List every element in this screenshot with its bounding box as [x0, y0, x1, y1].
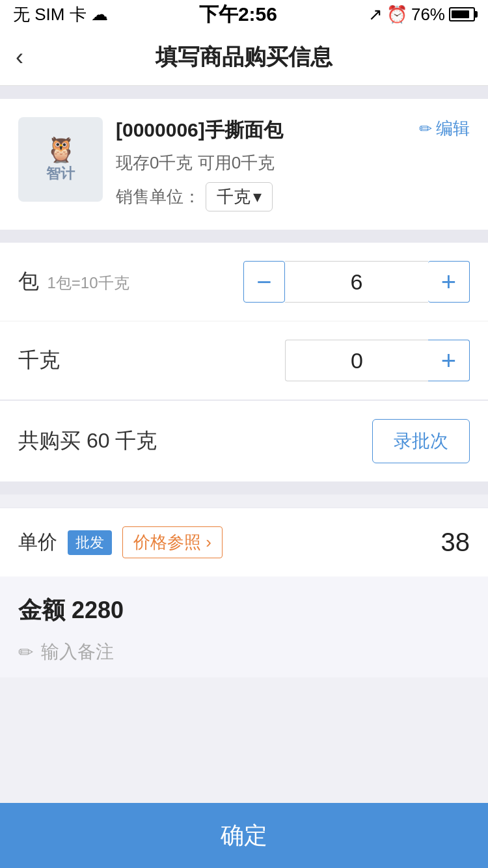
price-ref-button[interactable]: 价格参照 › — [122, 526, 223, 558]
price-label: 单价 — [18, 529, 57, 556]
kg-row: 千克 + — [0, 321, 488, 400]
product-unit: 销售单位： 千克 ▾ — [116, 182, 470, 211]
bag-qty-control: − + — [243, 261, 470, 303]
bag-label: 包 — [18, 269, 39, 293]
battery-text: 76% — [411, 5, 445, 25]
price-row: 单价 批发 价格参照 › 38 — [18, 526, 470, 558]
battery-icon — [449, 7, 475, 21]
product-card: 🦉 智计 [0000006]手撕面包 现存0千克 可用0千克 销售单位： 千克 … — [0, 99, 488, 230]
product-name: [0000006]手撕面包 — [116, 117, 470, 144]
product-image: 🦉 智计 — [18, 117, 103, 202]
no-sim-text: 无 SIM 卡 ☁ — [13, 3, 108, 26]
batch-button[interactable]: 录批次 — [372, 419, 470, 463]
product-stock: 现存0千克 可用0千克 — [116, 152, 470, 174]
brand-label: 智计 — [46, 164, 75, 183]
product-info: [0000006]手撕面包 现存0千克 可用0千克 销售单位： 千克 ▾ — [116, 117, 470, 211]
unit-label: 销售单位： — [116, 185, 200, 208]
edit-label: 编辑 — [436, 117, 470, 140]
total-label: 共购买 60 千克 — [18, 427, 157, 455]
bag-sublabel: 1包=10千克 — [47, 274, 129, 292]
status-time: 下午2:56 — [199, 1, 277, 28]
alarm-icon: ⏰ — [386, 5, 407, 25]
status-left: 无 SIM 卡 ☁ — [13, 3, 108, 26]
amount-label: 金额 2280 — [18, 595, 470, 627]
nav-bar: ‹ 填写商品购买信息 — [0, 29, 488, 86]
total-row: 共购买 60 千克 录批次 — [0, 400, 488, 481]
owl-icon: 🦉 — [46, 135, 76, 164]
status-bar: 无 SIM 卡 ☁ 下午2:56 ↗ ⏰ 76% — [0, 0, 488, 29]
back-button[interactable]: ‹ — [16, 44, 23, 71]
bag-plus-button[interactable]: + — [428, 261, 470, 303]
edit-button[interactable]: ✏ 编辑 — [419, 117, 470, 140]
kg-plus-button[interactable]: + — [428, 340, 470, 381]
bag-minus-button[interactable]: − — [243, 261, 285, 303]
separator-1 — [0, 86, 488, 99]
amount-section: 金额 2280 ✏ 输入备注 — [0, 576, 488, 677]
bag-row: 包 1包=10千克 − + — [0, 243, 488, 321]
remark-text: 输入备注 — [41, 640, 114, 664]
edit-icon: ✏ — [419, 120, 432, 138]
price-section: 单价 批发 价格参照 › 38 — [0, 508, 488, 576]
confirm-button[interactable]: 确定 — [0, 803, 488, 868]
remark-row[interactable]: ✏ 输入备注 — [18, 640, 470, 664]
bag-qty-input[interactable] — [285, 261, 428, 303]
separator-4 — [0, 481, 488, 495]
kg-qty-control: + — [285, 340, 470, 381]
kg-qty-input[interactable] — [285, 340, 428, 381]
status-right: ↗ ⏰ 76% — [368, 5, 475, 25]
unit-selector[interactable]: 千克 ▾ — [206, 182, 273, 211]
remark-edit-icon: ✏ — [18, 642, 33, 663]
bag-label-group: 包 1包=10千克 — [18, 267, 129, 296]
page-title: 填写商品购买信息 — [156, 42, 332, 72]
price-value: 38 — [441, 528, 470, 557]
kg-label: 千克 — [18, 346, 60, 375]
dropdown-arrow-icon: ▾ — [253, 187, 262, 207]
unit-value: 千克 — [217, 185, 251, 208]
wholesale-tag: 批发 — [68, 530, 112, 555]
separator-2 — [0, 230, 488, 243]
location-icon: ↗ — [368, 5, 383, 25]
